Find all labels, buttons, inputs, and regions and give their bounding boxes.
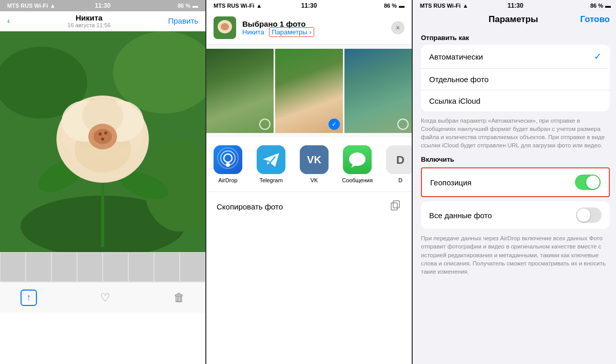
svg-point-16	[93, 129, 112, 144]
include-section-header: Включить	[413, 156, 616, 167]
send-as-card: Автоматически ✓ Отдельное фото Ссылка iC…	[421, 45, 610, 111]
icloud-link-option[interactable]: Ссылка iCloud	[421, 90, 610, 111]
params-button[interactable]: Параметры ›	[269, 27, 314, 37]
single-photo-option[interactable]: Отдельное фото	[421, 69, 610, 90]
time-2: 11:30	[301, 2, 317, 9]
messages-share[interactable]: Сообщения	[341, 145, 374, 183]
airdrop-share[interactable]: AirDrop	[211, 145, 244, 183]
svg-rect-38	[393, 201, 399, 208]
favorite-button[interactable]: ♡	[100, 291, 110, 304]
all-data-toggle[interactable]	[576, 207, 602, 223]
more-share[interactable]: D D	[384, 145, 412, 183]
back-button[interactable]: ‹	[7, 16, 10, 26]
photo-header: ‹ Никита 16 августа 11:56 Править	[0, 11, 205, 31]
photo-image	[0, 31, 205, 252]
close-button[interactable]: ×	[391, 21, 405, 34]
photo-date: 16 августа 11:56	[68, 22, 111, 28]
rose-svg	[0, 31, 205, 252]
more-svg: D	[386, 145, 412, 174]
send-as-note: Когда выбран параметр «Автоматически», п…	[413, 113, 616, 156]
all-data-card: Все данные фото	[421, 201, 610, 229]
status-left-3: MTS RUS Wi-Fi ▲	[420, 3, 468, 9]
check-circle-1	[259, 119, 271, 130]
vk-icon-container: VK	[300, 145, 329, 174]
thumb-3[interactable]	[51, 252, 77, 282]
more-label: D	[398, 177, 402, 183]
svg-point-28	[226, 163, 230, 167]
copy-icon	[389, 199, 401, 214]
messages-label: Сообщения	[342, 177, 373, 183]
svg-point-17	[99, 132, 102, 136]
share-thumb-img	[214, 16, 236, 39]
status-left-1: MTS RUS Wi-Fi ▲	[7, 3, 55, 9]
share-subtitle: Никита Параметры ›	[242, 28, 385, 36]
title-area: Никита 16 августа 11:56	[68, 13, 111, 28]
done-button[interactable]: Готово	[580, 14, 610, 25]
photo-item-1[interactable]	[206, 49, 274, 133]
copy-photo-action[interactable]: Скопировать фото	[206, 191, 412, 221]
include-title: Включить	[421, 156, 610, 163]
carrier-1: MTS RUS Wi-Fi	[7, 3, 48, 9]
messages-icon-container	[343, 145, 372, 174]
share-info: Выбрано 1 фото Никита Параметры ›	[242, 20, 385, 36]
vk-label: VK	[311, 177, 318, 183]
thumb-7[interactable]	[154, 252, 180, 282]
battery-icon-3: ▬	[605, 3, 611, 9]
thumb-6[interactable]	[128, 252, 154, 282]
telegram-label: Telegram	[259, 177, 282, 183]
airdrop-svg	[214, 145, 242, 174]
thumb-5[interactable]	[103, 252, 128, 282]
check-circle-3	[397, 119, 409, 130]
edit-button[interactable]: Править	[168, 16, 199, 25]
thumb-2[interactable]	[26, 252, 51, 282]
geo-label: Геопозиция	[430, 178, 471, 187]
carrier-3: MTS RUS Wi-Fi	[420, 3, 460, 9]
auto-check: ✓	[594, 51, 602, 62]
thumb-8[interactable]	[180, 252, 205, 282]
status-bar-2: MTS RUS Wi-Fi ▲ 11:30 86 % ▬	[206, 0, 412, 11]
wifi-icon-3: ▲	[463, 3, 468, 9]
phone1: MTS RUS Wi-Fi ▲ 11:30 86 % ▬ ‹ Никита 16…	[0, 0, 205, 364]
thumb-1[interactable]	[0, 252, 26, 282]
phone3: MTS RUS Wi-Fi ▲ 11:30 86 % ▬ Параметры Г…	[413, 0, 616, 364]
telegram-share[interactable]: Telegram	[255, 145, 287, 183]
album-name: Никита	[68, 13, 111, 22]
main-photo-view	[0, 31, 205, 252]
battery-3: 86 %	[590, 3, 603, 9]
vk-share[interactable]: VK VK	[298, 145, 331, 183]
geo-row: Геопозиция	[422, 168, 609, 196]
svg-point-18	[104, 131, 107, 135]
photo-item-2[interactable]: ✓	[275, 49, 342, 133]
close-icon: ×	[396, 24, 400, 32]
send-as-section: Отправить как	[413, 30, 616, 45]
photo-toolbar: ↑ ♡ 🗑	[0, 282, 205, 313]
share-album: Никита	[242, 28, 264, 36]
wifi-icon-1: ▲	[50, 3, 55, 9]
telegram-icon-container	[257, 145, 285, 174]
status-bar-3: MTS RUS Wi-Fi ▲ 11:30 86 % ▬	[413, 0, 616, 11]
geo-toggle[interactable]	[575, 175, 601, 190]
settings-header: Параметры Готово	[413, 11, 616, 30]
status-left-2: MTS RUS Wi-Fi ▲	[214, 3, 262, 9]
share-header: Выбрано 1 фото Никита Параметры › ×	[206, 11, 412, 45]
send-as-title: Отправить как	[421, 34, 610, 42]
delete-button[interactable]: 🗑	[174, 291, 185, 304]
time-1: 11:30	[95, 2, 111, 9]
settings-title: Параметры	[489, 14, 538, 25]
all-data-note: При передаче данных через AirDrop включе…	[413, 231, 616, 281]
status-right-1: 86 % ▬	[178, 3, 198, 9]
svg-rect-37	[391, 203, 397, 210]
icloud-link-label: Ссылка iCloud	[429, 97, 480, 105]
auto-option[interactable]: Автоматически ✓	[421, 45, 610, 69]
vk-svg: VK	[300, 145, 329, 174]
battery-1: 86 %	[178, 3, 190, 9]
thumbnail-strip[interactable]	[0, 252, 205, 282]
photo-selection-row: ✓	[206, 45, 412, 137]
photo-item-3[interactable]	[344, 49, 412, 133]
status-bar-1: MTS RUS Wi-Fi ▲ 11:30 86 % ▬	[0, 0, 205, 11]
svg-point-19	[101, 138, 104, 141]
airdrop-icon-container	[214, 145, 242, 174]
thumb-4[interactable]	[77, 252, 103, 282]
share-button[interactable]: ↑	[21, 290, 37, 306]
battery-icon-1: ▬	[192, 3, 198, 9]
